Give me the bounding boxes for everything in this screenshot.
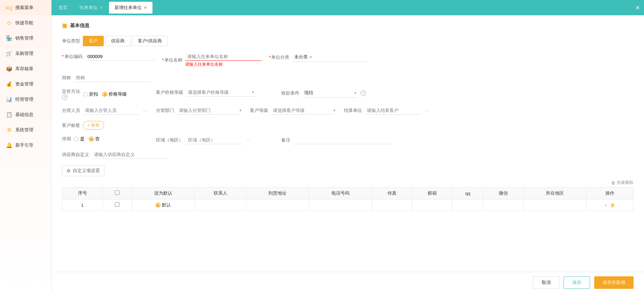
- disable-field: 停用 是 否: [62, 136, 149, 142]
- guide-icon: 🔔: [6, 142, 13, 149]
- supplier-custom-field: 供应商自定义: [62, 150, 168, 159]
- row-check[interactable]: [115, 202, 119, 207]
- unit-category-select[interactable]: 未分类 ▾: [292, 52, 369, 62]
- row-delete-btn[interactable]: 🗑: [610, 202, 616, 209]
- unit-btn-supplier[interactable]: 供应商: [105, 36, 131, 46]
- sidebar-item-finance[interactable]: 💰 资金管理: [0, 76, 51, 92]
- custom-settings-label: 自定义项设置: [73, 168, 100, 174]
- contact-table-section: 🗑 批量删除 序号 设为默认 联系人 到货地址 电话号码 传真 邮箱 qq: [62, 180, 634, 211]
- manager-dots-btn[interactable]: ···: [141, 108, 148, 113]
- department-arrow: ▾: [239, 108, 243, 113]
- payment-terms-select[interactable]: 现结 ▾: [302, 88, 358, 98]
- row-contact: [195, 200, 246, 211]
- department-input[interactable]: [177, 106, 239, 114]
- unit-type-label: 单位类型: [62, 38, 80, 44]
- operations-icon: 📊: [6, 96, 13, 103]
- sidebar-item-label: 快捷导航: [15, 20, 33, 26]
- department-select[interactable]: ▾: [177, 106, 239, 115]
- tab-new-partner-close[interactable]: ✕: [144, 6, 147, 10]
- disable-no[interactable]: 否: [89, 136, 100, 142]
- disable-yes-circle: [74, 137, 79, 141]
- tab-home-label: 首页: [58, 5, 68, 11]
- sidebar-item-guide[interactable]: 🔔 新手引导: [0, 138, 51, 153]
- unit-btn-customer-supplier[interactable]: 客户/供应商: [132, 36, 168, 46]
- tab-partners-close[interactable]: ✕: [100, 6, 103, 10]
- col-action: 操作: [586, 187, 634, 200]
- unit-type-row: 单位类型 客户 供应商 客户/供应商: [62, 36, 634, 46]
- customer-price-select[interactable]: ▾: [186, 88, 256, 97]
- pricing-help-icon[interactable]: ?: [62, 95, 68, 100]
- col-contact: 联系人: [195, 187, 246, 200]
- custom-settings-wrapper: ⚙ 自定义项设置: [62, 165, 634, 176]
- row-fax: [372, 200, 412, 211]
- region-input[interactable]: [186, 136, 242, 144]
- customer-price-label: 客户价格等级: [156, 89, 183, 96]
- save-new-button[interactable]: 保存并新增: [594, 276, 634, 289]
- supplier-custom-input[interactable]: [92, 150, 168, 159]
- sidebar-item-basic-info[interactable]: 📋 基础信息: [0, 107, 51, 122]
- unit-btn-customer[interactable]: 客户: [83, 36, 104, 46]
- short-name-input[interactable]: [74, 74, 150, 82]
- row-default-radio[interactable]: 默认: [135, 202, 191, 208]
- add-tag-button[interactable]: + 标签: [83, 121, 104, 130]
- unit-code-input[interactable]: [85, 52, 155, 61]
- cancel-button[interactable]: 取消: [533, 276, 559, 289]
- sidebar-item-search[interactable]: ≡Q 搜索菜单: [0, 0, 51, 15]
- sidebar-item-purchase[interactable]: 🛒 采购管理: [0, 46, 51, 61]
- sidebar-item-label: 搜索菜单: [15, 5, 33, 11]
- settlement-dots-btn[interactable]: ···: [423, 108, 430, 113]
- col-checkbox: [103, 187, 132, 200]
- price-level-label: 价格等级: [109, 91, 127, 97]
- tag-btn-label: 标签: [91, 122, 100, 128]
- pricing-radio-price-level[interactable]: 价格等级: [102, 91, 127, 97]
- manager-row: 分管人员 ··· 分管部门 ▾ 客户等级 ▾ 结算单位: [62, 106, 634, 115]
- pricing-radio-discount[interactable]: 折扣: [83, 91, 98, 97]
- row-add-btn[interactable]: +: [604, 202, 608, 209]
- customer-level-arrow: ▾: [333, 108, 337, 113]
- content-area: ▣ 基本信息 单位类型 客户 供应商 客户/供应商 *单位编码: [52, 15, 644, 272]
- settlement-unit-label: 结算单位: [344, 107, 362, 114]
- default-radio-circle: [156, 203, 160, 207]
- sidebar-item-sales[interactable]: 🏪 销售管理: [0, 31, 51, 46]
- customer-level-select[interactable]: ▾: [271, 106, 333, 115]
- tab-partners[interactable]: 往来单位 ✕: [74, 2, 108, 14]
- col-fax: 传真: [372, 187, 412, 200]
- custom-settings-button[interactable]: ⚙ 自定义项设置: [62, 165, 104, 176]
- disable-yes[interactable]: 是: [74, 136, 85, 142]
- batch-delete-btn[interactable]: 🗑 批量删除: [611, 180, 634, 186]
- payment-help-icon[interactable]: ?: [361, 90, 366, 96]
- customer-price-input[interactable]: [186, 88, 252, 96]
- save-button[interactable]: 保存: [564, 276, 590, 289]
- tab-new-partner[interactable]: 新增往来单位 ✕: [109, 2, 152, 14]
- sidebar-item-quicknav[interactable]: ⊙ 快捷导航: [0, 15, 51, 31]
- sidebar: ≡Q 搜索菜单 ⊙ 快捷导航 🏪 销售管理 🛒 采购管理 📦 库存核算 💰 资金…: [0, 0, 52, 293]
- payment-terms-field: 收款条件 现结 ▾ ?: [281, 88, 368, 98]
- category-arrow-icon: ▾: [310, 55, 313, 59]
- tabbar-close-btn[interactable]: ✕: [635, 5, 640, 11]
- unit-category-value: 未分类: [292, 52, 310, 62]
- tag-field: 客户标签 + 标签: [62, 121, 149, 130]
- tag-label: 客户标签: [62, 122, 80, 129]
- remark-label: 备注: [281, 137, 290, 143]
- sidebar-item-label: 基础信息: [15, 112, 33, 118]
- disable-no-label: 否: [95, 136, 100, 142]
- customer-level-input[interactable]: [271, 106, 333, 114]
- remark-input[interactable]: [293, 136, 391, 144]
- region-dots-btn[interactable]: ···: [244, 137, 251, 143]
- settlement-unit-input[interactable]: [365, 106, 421, 115]
- tab-home[interactable]: 首页: [53, 2, 73, 14]
- unit-name-error: 请输入往来单位名称: [185, 62, 262, 67]
- sidebar-item-inventory[interactable]: 📦 库存核算: [0, 61, 51, 76]
- department-field: 分管部门 ▾: [156, 106, 243, 115]
- unit-type-field: 单位类型 客户 供应商 客户/供应商: [62, 36, 168, 46]
- required-star-name: *: [162, 57, 164, 63]
- row-phone: [309, 200, 371, 211]
- manager-input[interactable]: [83, 106, 139, 115]
- unit-name-input[interactable]: [185, 52, 262, 61]
- col-email: 邮箱: [412, 187, 453, 200]
- section-icon: ▣: [62, 22, 67, 29]
- select-all-checkbox[interactable]: [115, 190, 119, 195]
- sidebar-item-operations[interactable]: 📊 经营管理: [0, 92, 51, 107]
- sidebar-item-system[interactable]: ⚙ 系统管理: [0, 122, 51, 138]
- footer: 取消 保存 保存并新增: [52, 272, 644, 293]
